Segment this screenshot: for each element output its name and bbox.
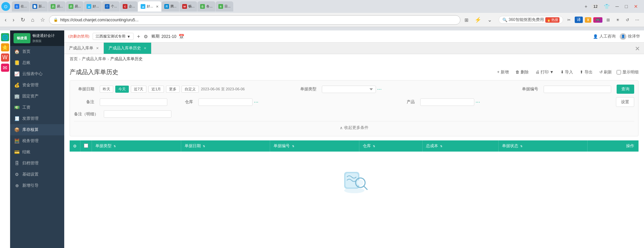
- export-button[interactable]: ⬆ 导出: [578, 68, 594, 76]
- grid-button[interactable]: ⊞: [604, 17, 612, 23]
- dropdown-arrow[interactable]: ⌄: [485, 16, 494, 24]
- lightning-button[interactable]: ⚡: [473, 16, 483, 24]
- col-check[interactable]: [80, 140, 92, 152]
- voucher-input[interactable]: [544, 86, 611, 93]
- sync-button[interactable]: ↺: [624, 17, 631, 23]
- remark-input[interactable]: [100, 98, 167, 106]
- refresh-button[interactable]: ↻: [19, 16, 27, 24]
- sidebar-item-more[interactable]: ⊕ 新增引导: [10, 180, 64, 191]
- sidebar-item-funds[interactable]: 💰 资金管理: [10, 80, 64, 91]
- scissors-button[interactable]: ✂: [565, 17, 573, 23]
- tab-list[interactable]: 产成品入库单 ✕: [64, 43, 104, 54]
- url-bar[interactable]: 🔒 https://cloud.chanjet.com/accounting/u…: [49, 15, 460, 25]
- sidebar-item-inventory[interactable]: 📦 库存核算: [10, 124, 64, 135]
- browser-tab-3[interactable]: 易 易...: [48, 1, 66, 12]
- add-company-button[interactable]: +: [137, 33, 140, 40]
- browser-tab-1[interactable]: 在 在...: [12, 1, 29, 12]
- detail-remark-input[interactable]: [104, 110, 171, 118]
- tab-list-close[interactable]: ✕: [96, 46, 99, 50]
- browser-tab-5[interactable]: ☁ 好...: [84, 1, 101, 12]
- company-settings-button[interactable]: ⚙: [144, 34, 148, 39]
- col-gear[interactable]: ⚙: [70, 140, 80, 152]
- bookmark-button[interactable]: ☆: [38, 16, 47, 24]
- translate-button[interactable]: 译: [575, 17, 583, 23]
- date-btn-custom[interactable]: 自定义: [182, 86, 199, 93]
- date-btn-1month[interactable]: 近1月: [148, 86, 164, 93]
- collapse-button[interactable]: ∧ 收起更多条件: [74, 123, 634, 132]
- game-button[interactable]: 🎮: [593, 17, 602, 23]
- human-service-link[interactable]: 👤 人工咨询: [593, 33, 616, 39]
- print-button[interactable]: 🖨 打印 ▼: [533, 68, 556, 76]
- warehouse-input[interactable]: [198, 98, 253, 106]
- company-dropdown[interactable]: 江西服宝测试专用 ▼: [93, 33, 134, 40]
- sidebar-item-assets[interactable]: 🏢 固定资产: [10, 91, 64, 102]
- sidebar-item-settings[interactable]: ⚙ 基础设置: [10, 169, 64, 180]
- new-tab-button[interactable]: +: [582, 3, 589, 10]
- type-select[interactable]: [322, 86, 376, 93]
- tab-close-8[interactable]: ✕: [156, 5, 159, 8]
- refresh-button[interactable]: ↺ 刷新: [597, 68, 614, 76]
- display-detail-input[interactable]: [617, 70, 621, 74]
- col-warehouse[interactable]: 仓库 ⇅: [359, 140, 422, 152]
- browser-tab-2[interactable]: 📄 新...: [30, 1, 47, 12]
- period-calendar-button[interactable]: 📅: [178, 34, 184, 39]
- home-button[interactable]: ⌂: [29, 16, 37, 24]
- delete-button[interactable]: 🗑 删除: [514, 68, 531, 76]
- breadcrumb-parent[interactable]: 产成品入库单: [82, 56, 106, 62]
- sidebar-item-invoice[interactable]: 🧾 发票管理: [10, 113, 64, 124]
- sidebar-item-home[interactable]: 🏠 首页: [10, 46, 64, 57]
- sidebar-item-reports[interactable]: 📈 云报表中心: [10, 68, 64, 80]
- browser-tab-11[interactable]: 各 各...: [197, 1, 215, 12]
- more-button[interactable]: ⋯: [633, 17, 641, 23]
- product-input[interactable]: [420, 98, 474, 106]
- panel-close-button[interactable]: ✕: [635, 43, 640, 55]
- display-detail-checkbox[interactable]: 显示明细: [617, 69, 639, 75]
- sidebar-item-ledger[interactable]: 📒 总账: [10, 57, 64, 68]
- date-btn-7days[interactable]: 近7天: [131, 86, 146, 93]
- warehouse-dots[interactable]: ···: [254, 99, 258, 105]
- browser-tab-10[interactable]: M 畅...: [180, 1, 197, 12]
- browser-tab-6[interactable]: 个 个...: [102, 1, 120, 12]
- rail-icon-3[interactable]: W: [1, 53, 9, 62]
- rail-icon-1[interactable]: 🌐: [1, 33, 9, 41]
- rail-icon-2[interactable]: ⭐: [1, 43, 9, 51]
- product-dots[interactable]: ···: [476, 99, 480, 105]
- type-dots[interactable]: ···: [377, 86, 382, 92]
- extensions-button[interactable]: ⊞: [462, 17, 471, 23]
- minimize-button[interactable]: ─: [614, 3, 621, 10]
- sidebar-item-payroll[interactable]: 💵 工资: [10, 102, 64, 113]
- user-profile[interactable]: 👤 徐泽华: [620, 33, 640, 40]
- forward-button[interactable]: ›: [10, 16, 16, 24]
- col-total-cost[interactable]: 总成本 ⇅: [422, 140, 498, 152]
- yuan-button[interactable]: ¥: [585, 17, 591, 23]
- breadcrumb-home[interactable]: 首页: [70, 56, 78, 62]
- col-status[interactable]: 单据状态 ⇅: [498, 140, 588, 152]
- sidebar-item-tax[interactable]: 🧮 税务管理: [10, 135, 64, 146]
- maximize-button[interactable]: □: [623, 3, 630, 10]
- sidebar-item-archive[interactable]: 🗄 归档管理: [10, 158, 64, 169]
- rail-icon-4[interactable]: ✉: [1, 64, 9, 72]
- search-bar[interactable]: 🔍 360智能抠图免费用 🔥 热搜: [499, 16, 564, 24]
- sun-button[interactable]: ☀: [614, 17, 622, 23]
- import-button[interactable]: ⬇ 导入: [558, 68, 575, 76]
- browser-tab-8[interactable]: ☁ 好... ✕: [138, 1, 161, 12]
- col-number[interactable]: 单据编号 ⇅: [270, 140, 359, 152]
- browser-tab-9[interactable]: 腾 腾...: [162, 1, 179, 12]
- col-type[interactable]: 单据类型 ⇅: [92, 140, 181, 152]
- settings-button[interactable]: 设置: [616, 97, 634, 107]
- sidebar-item-checkout[interactable]: 💳 结账: [10, 146, 64, 158]
- back-button[interactable]: ‹: [3, 16, 8, 24]
- tab-history-close[interactable]: ✕: [144, 46, 146, 50]
- col-date[interactable]: 单据日期 ⇅: [181, 140, 270, 152]
- date-btn-today[interactable]: 今天: [115, 86, 129, 93]
- shirt-icon[interactable]: 👕: [602, 3, 612, 10]
- browser-tab-4[interactable]: 易 易...: [66, 1, 84, 12]
- close-window-button[interactable]: ✕: [632, 3, 640, 10]
- query-button[interactable]: 查询: [617, 85, 634, 94]
- tab-history[interactable]: 产成品入库单历史 ✕: [104, 43, 151, 54]
- browser-tab-12[interactable]: S 目...: [216, 1, 233, 12]
- date-btn-more[interactable]: 更多: [166, 86, 180, 93]
- select-all-checkbox[interactable]: [84, 143, 88, 148]
- date-btn-yesterday[interactable]: 昨天: [100, 86, 113, 93]
- add-button[interactable]: + 新增: [495, 68, 510, 76]
